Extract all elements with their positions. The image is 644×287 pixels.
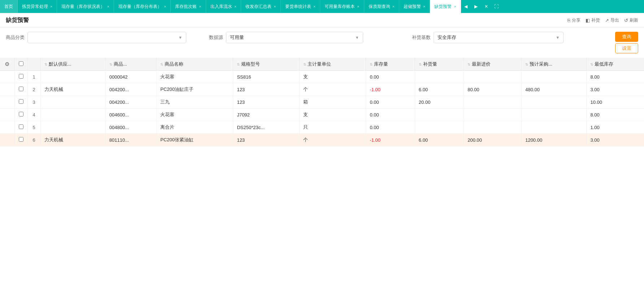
category-select[interactable]: ▼ (27, 32, 186, 43)
query-button[interactable]: 查询 (615, 32, 638, 42)
tab-close-overstock[interactable]: × (423, 4, 425, 9)
tab-nav-prev[interactable]: ◀ (461, 0, 471, 13)
row-estimated-1: 480.00 (522, 83, 587, 96)
tab-close-inout-flow[interactable]: × (234, 4, 236, 9)
col-settings: ⚙ (0, 58, 14, 71)
row-checkbox-3[interactable] (14, 109, 27, 121)
tab-inout-flow[interactable]: 出入库流水 × (206, 0, 241, 13)
row-unit-3: 支 (300, 109, 366, 121)
row-unit-1: 个 (300, 83, 366, 96)
replenish-button[interactable]: ◧ 补货 (586, 17, 600, 23)
sort-icon-price[interactable]: ⇅ (467, 62, 470, 66)
export-icon: ↗ (605, 18, 609, 23)
row-replenish-2: 20.00 (415, 96, 464, 109)
sort-icon-name[interactable]: ⇅ (160, 62, 163, 66)
tab-nav-next[interactable]: ▶ (471, 0, 481, 13)
row-price-1: 80.00 (464, 83, 522, 96)
tab-shortage[interactable]: 缺货预警 × (430, 0, 461, 13)
tab-available-ledger[interactable]: 可用量库存账本 × (320, 0, 364, 13)
category-label: 商品分类 (6, 34, 25, 41)
row-stock-1: -1.00 (366, 83, 415, 96)
tab-close-inventory-status[interactable]: × (107, 4, 109, 9)
data-source-select[interactable]: 可用量 ▼ (226, 32, 363, 43)
tab-overstock[interactable]: 超储预警 × (399, 0, 430, 13)
sort-icon-code[interactable]: ⇅ (109, 62, 112, 66)
row-settings-5 (0, 134, 14, 146)
column-settings-icon[interactable]: ⚙ (5, 61, 9, 67)
tab-close-expiry-query[interactable]: × (392, 4, 395, 9)
select-all-checkbox[interactable] (19, 61, 23, 66)
tab-fullscreen[interactable]: ⛶ (491, 0, 501, 13)
row-price-0 (464, 71, 522, 83)
refresh-button[interactable]: ↺ 刷新 (624, 17, 638, 23)
tab-demand-stats[interactable]: 要货单统计表 × (281, 0, 320, 13)
row-code-4: 004800... (105, 121, 157, 134)
col-stock-qty: ⇅ 库存量 (366, 58, 415, 71)
row-replenish-4 (415, 121, 464, 134)
tab-batch-account[interactable]: 库存批次账 × (171, 0, 206, 13)
table-row: 1 0000042 火花塞 SS816 支 0.00 8.00 (0, 71, 644, 83)
tab-close-shortage[interactable]: × (454, 4, 456, 9)
tab-close-available-ledger[interactable]: × (357, 4, 359, 9)
row-checkbox-1[interactable] (14, 83, 27, 96)
row-checkbox-5[interactable] (14, 134, 27, 146)
row-unit-2: 箱 (300, 96, 366, 109)
row-stock-3: 0.00 (366, 109, 415, 121)
sort-icon-replenish[interactable]: ⇅ (419, 62, 422, 66)
sort-icon-estimated[interactable]: ⇅ (525, 62, 528, 66)
row-select-4[interactable] (19, 124, 23, 129)
page-title: 缺货预警 (6, 17, 29, 24)
row-name-3: 火花塞 (157, 109, 233, 121)
replenish-base-select[interactable]: 安全库存 ▼ (434, 32, 564, 43)
sort-icon-min-stock[interactable]: ⇅ (590, 62, 593, 66)
col-replenish-qty: ⇅ 补货量 (415, 58, 464, 71)
replenish-icon: ◧ (586, 18, 590, 23)
row-select-0[interactable] (19, 74, 23, 79)
sort-icon-supplier[interactable]: ⇅ (44, 62, 47, 66)
col-spec: ⇅ 规格型号 (233, 58, 300, 71)
sort-icon-unit[interactable]: ⇅ (303, 62, 306, 66)
sort-icon-spec[interactable]: ⇅ (237, 62, 240, 66)
row-name-0: 火花塞 (157, 71, 233, 83)
col-unit: ⇅ 主计量单位 (300, 58, 366, 71)
tab-window-close[interactable]: ✕ (481, 0, 491, 13)
col-product-code: ⇅ 商品... (105, 58, 157, 71)
tab-close-inventory-dist[interactable]: × (164, 4, 166, 9)
tab-inventory-dist[interactable]: 现存量（库存分布表） × (114, 0, 171, 13)
row-estimated-2 (522, 96, 587, 109)
row-select-1[interactable] (19, 87, 23, 91)
tab-close-receipt-summary[interactable]: × (274, 4, 276, 9)
settings-button[interactable]: 设置 (615, 43, 638, 53)
row-replenish-5: 6.00 (415, 134, 464, 146)
table-row: 5 004800... 离合片 DS250*23c... 只 0.00 1.00 (0, 121, 644, 134)
row-supplier-3 (40, 109, 105, 121)
row-stock-4: 0.00 (366, 121, 415, 134)
tab-close-abnormal[interactable]: × (50, 4, 52, 9)
row-unit-5: 个 (300, 134, 366, 146)
row-select-5[interactable] (19, 137, 23, 142)
tab-abnormal[interactable]: 拣货异常处理 × (18, 0, 57, 13)
share-button[interactable]: ⎘ 分享 (567, 17, 580, 23)
tab-expiry-query[interactable]: 保质期查询 × (364, 0, 399, 13)
share-icon: ⎘ (567, 18, 570, 23)
export-button[interactable]: ↗ 导出 (605, 17, 619, 23)
tab-close-demand-stats[interactable]: × (313, 4, 316, 9)
tab-home[interactable]: 首页 (0, 0, 18, 13)
tab-inventory-status[interactable]: 现存量（库存状况表） × (57, 0, 114, 13)
row-min-stock-5: 3.00 (587, 134, 644, 146)
tab-close-batch-account[interactable]: × (199, 4, 201, 9)
tab-receipt-summary[interactable]: 收发存汇总表 × (241, 0, 280, 13)
row-checkbox-4[interactable] (14, 121, 27, 134)
row-min-stock-4: 1.00 (587, 121, 644, 134)
sort-icon-stock[interactable]: ⇅ (370, 62, 373, 66)
row-replenish-3 (415, 109, 464, 121)
row-select-2[interactable] (19, 99, 23, 104)
row-unit-0: 支 (300, 71, 366, 83)
row-name-4: 离合片 (157, 121, 233, 134)
row-checkbox-0[interactable] (14, 71, 27, 83)
row-select-3[interactable] (19, 112, 23, 116)
row-checkbox-2[interactable] (14, 96, 27, 109)
replenish-base-value: 安全库存 (438, 34, 456, 41)
row-spec-1: 123 (233, 83, 300, 96)
row-estimated-4 (522, 121, 587, 134)
